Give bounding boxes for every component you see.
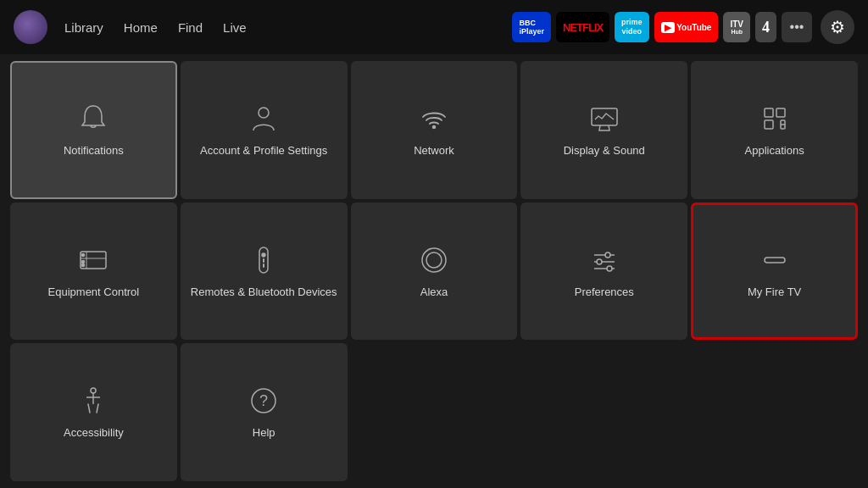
bell-icon <box>76 102 110 136</box>
tile-accessibility[interactable]: Accessibility <box>10 343 177 481</box>
help-icon: ? <box>247 384 281 418</box>
tile-alexa[interactable]: Alexa <box>351 202 518 341</box>
tile-alexa-label: Alexa <box>420 286 448 300</box>
tile-display-sound[interactable]: Display & Sound <box>520 61 687 199</box>
more-apps-button[interactable]: ••• <box>782 12 812 42</box>
settings-grid: Notifications Account & Profile Settings… <box>0 54 868 488</box>
avatar[interactable] <box>14 10 47 44</box>
tile-my-fire-tv-label: My Fire TV <box>748 286 801 300</box>
svg-text:?: ? <box>259 392 268 409</box>
tile-help-label: Help <box>253 426 275 441</box>
remote-icon <box>247 243 281 277</box>
tile-notifications-label: Notifications <box>64 144 124 158</box>
tile-account[interactable]: Account & Profile Settings <box>181 61 348 199</box>
tile-equipment-control-label: Equipment Control <box>48 286 140 300</box>
apps-icon <box>758 102 792 136</box>
svg-rect-26 <box>765 258 785 263</box>
svg-point-23 <box>605 252 610 258</box>
tile-my-fire-tv[interactable]: My Fire TV <box>691 202 858 341</box>
svg-point-24 <box>597 259 602 264</box>
svg-point-18 <box>422 248 446 272</box>
tile-remotes-bluetooth-label: Remotes & Bluetooth Devices <box>191 286 337 300</box>
svg-point-15 <box>262 253 265 257</box>
tile-display-sound-label: Display & Sound <box>564 144 645 158</box>
tile-preferences-label: Preferences <box>575 286 634 300</box>
channel4-app[interactable]: 4 <box>755 12 776 42</box>
app-icons-bar: BBCiPlayer NETFLIX primevideo ▶ YouTube … <box>512 10 854 44</box>
svg-point-12 <box>82 260 85 263</box>
tile-applications-label: Applications <box>745 144 804 158</box>
tile-account-label: Account & Profile Settings <box>200 144 327 158</box>
svg-point-0 <box>259 108 269 118</box>
svg-point-19 <box>426 252 442 268</box>
svg-rect-2 <box>592 108 617 125</box>
nav-library[interactable]: Library <box>64 20 103 35</box>
gear-icon: ⚙ <box>830 17 845 37</box>
tv-icon <box>76 243 110 277</box>
itv-app[interactable]: ITVHub <box>723 12 750 42</box>
sliders-icon <box>587 243 621 277</box>
youtube-app[interactable]: ▶ YouTube <box>654 12 719 42</box>
nav-find[interactable]: Find <box>178 20 203 35</box>
tile-accessibility-label: Accessibility <box>64 426 124 441</box>
wifi-icon <box>417 102 451 136</box>
nav-home[interactable]: Home <box>124 20 158 35</box>
tile-help[interactable]: ? Help <box>181 343 348 481</box>
svg-point-1 <box>432 125 435 128</box>
svg-rect-5 <box>765 120 773 129</box>
firetv-icon <box>758 243 792 277</box>
tile-notifications[interactable]: Notifications <box>10 61 177 199</box>
prime-video-app[interactable]: primevideo <box>615 12 649 42</box>
display-icon <box>587 102 621 136</box>
tile-network[interactable]: Network <box>351 61 518 199</box>
tile-applications[interactable]: Applications <box>691 61 858 199</box>
svg-point-25 <box>607 266 612 271</box>
tile-preferences[interactable]: Preferences <box>520 202 687 341</box>
settings-button[interactable]: ⚙ <box>821 10 854 44</box>
nav-live[interactable]: Live <box>223 20 247 35</box>
person-icon <box>247 102 281 136</box>
svg-point-27 <box>91 388 96 393</box>
svg-rect-3 <box>765 108 773 117</box>
tile-remotes-bluetooth[interactable]: Remotes & Bluetooth Devices <box>181 202 348 341</box>
svg-point-11 <box>82 253 85 256</box>
bbc-iplayer-app[interactable]: BBCiPlayer <box>512 12 551 42</box>
netflix-app[interactable]: NETFLIX <box>556 12 609 42</box>
nav-links: Library Home Find Live <box>64 20 247 35</box>
top-navigation: Library Home Find Live BBCiPlayer NETFLI… <box>0 0 868 54</box>
accessibility-icon <box>76 384 110 418</box>
tile-network-label: Network <box>414 144 454 158</box>
alexa-icon <box>417 243 451 277</box>
tile-equipment-control[interactable]: Equipment Control <box>10 202 177 341</box>
svg-rect-4 <box>776 108 785 117</box>
svg-point-13 <box>82 263 85 266</box>
